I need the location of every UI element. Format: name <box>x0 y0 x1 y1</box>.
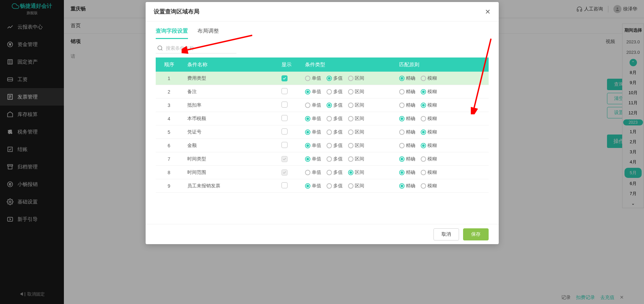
table-row: 1 费用类型 单值多值区间 精确模糊 <box>156 72 489 85</box>
radio-multi[interactable]: 多值 <box>327 102 343 108</box>
cell-show <box>277 75 300 81</box>
cell-seq: 1 <box>156 76 183 81</box>
cell-seq: 4 <box>156 116 183 121</box>
radio-single[interactable]: 单值 <box>305 129 321 135</box>
show-checkbox[interactable] <box>281 182 288 188</box>
show-checkbox[interactable] <box>281 102 288 108</box>
radio-fuzzy[interactable]: 模糊 <box>421 183 437 189</box>
radio-fuzzy[interactable]: 模糊 <box>421 169 437 176</box>
radio-exact[interactable]: 精确 <box>399 116 415 122</box>
col-order: 顺序 <box>156 62 183 68</box>
cell-seq: 8 <box>156 170 183 175</box>
cell-type: 单值多值区间 <box>300 102 394 108</box>
cell-show <box>277 142 300 149</box>
radio-single[interactable]: 单值 <box>305 169 321 176</box>
radio-fuzzy[interactable]: 模糊 <box>421 89 437 95</box>
radio-multi[interactable]: 多值 <box>327 116 343 122</box>
col-name: 条件名称 <box>183 62 277 68</box>
radio-range[interactable]: 区间 <box>348 75 364 81</box>
radio-single[interactable]: 单值 <box>305 89 321 95</box>
cell-name: 时间范围 <box>183 169 277 176</box>
radio-single[interactable]: 单值 <box>305 156 321 162</box>
radio-multi[interactable]: 多值 <box>327 183 343 189</box>
radio-range[interactable]: 区间 <box>348 183 364 189</box>
modal-footer: 取消 保存 <box>146 224 499 244</box>
radio-multi[interactable]: 多值 <box>327 169 343 176</box>
table-row: 8 时间范围 单值多值区间 精确模糊 <box>156 166 489 179</box>
tab-layout[interactable]: 布局调整 <box>197 28 219 39</box>
col-match: 匹配原则 <box>394 62 472 68</box>
cell-match: 精确模糊 <box>394 116 472 122</box>
cell-type: 单值多值区间 <box>300 75 394 81</box>
radio-exact[interactable]: 精确 <box>399 75 415 81</box>
radio-exact[interactable]: 精确 <box>399 169 415 176</box>
svg-line-21 <box>161 49 162 50</box>
settings-table: 顺序 条件名称 显示 条件类型 匹配原则 1 费用类型 单值多值区间 精确模糊 … <box>156 58 489 193</box>
cell-name: 本币税额 <box>183 116 277 122</box>
table-row: 4 本币税额 单值多值区间 精确模糊 <box>156 112 489 125</box>
radio-single[interactable]: 单值 <box>305 102 321 108</box>
table-row: 6 金额 单值多值区间 精确模糊 <box>156 139 489 152</box>
show-checkbox[interactable] <box>281 88 288 94</box>
radio-multi[interactable]: 多值 <box>327 75 343 81</box>
radio-exact[interactable]: 精确 <box>399 143 415 149</box>
cell-show <box>277 115 300 122</box>
radio-range[interactable]: 区间 <box>348 116 364 122</box>
cell-name: 费用类型 <box>183 75 277 81</box>
radio-range[interactable]: 区间 <box>348 143 364 149</box>
cell-type: 单值多值区间 <box>300 116 394 122</box>
cell-name: 员工未报销发票 <box>183 183 277 189</box>
radio-fuzzy[interactable]: 模糊 <box>421 102 437 108</box>
radio-range[interactable]: 区间 <box>348 89 364 95</box>
show-checkbox[interactable] <box>281 128 288 135</box>
radio-exact[interactable]: 精确 <box>399 129 415 135</box>
radio-range[interactable]: 区间 <box>348 129 364 135</box>
radio-fuzzy[interactable]: 模糊 <box>421 143 437 149</box>
cell-seq: 7 <box>156 156 183 162</box>
radio-fuzzy[interactable]: 模糊 <box>421 156 437 162</box>
radio-single[interactable]: 单值 <box>305 143 321 149</box>
show-checkbox[interactable] <box>281 115 288 121</box>
modal-tabs: 查询字段设置 布局调整 <box>146 22 499 39</box>
cell-seq: 6 <box>156 143 183 148</box>
cell-match: 精确模糊 <box>394 75 472 81</box>
search-input[interactable] <box>166 45 233 51</box>
radio-range[interactable]: 区间 <box>348 169 364 176</box>
radio-exact[interactable]: 精确 <box>399 183 415 189</box>
radio-single[interactable]: 单值 <box>305 116 321 122</box>
radio-multi[interactable]: 多值 <box>327 89 343 95</box>
settings-modal: 设置查询区域布局 ✕ 查询字段设置 布局调整 顺序 条件名称 显示 条件类型 匹… <box>146 2 499 244</box>
save-button[interactable]: 保存 <box>463 228 489 240</box>
radio-multi[interactable]: 多值 <box>327 129 343 135</box>
cell-show <box>277 88 300 95</box>
radio-range[interactable]: 区间 <box>348 102 364 108</box>
cell-match: 精确模糊 <box>394 89 472 95</box>
cell-type: 单值多值区间 <box>300 183 394 189</box>
cell-name: 凭证号 <box>183 129 277 135</box>
col-show: 显示 <box>277 62 300 68</box>
show-checkbox <box>281 169 288 176</box>
cell-seq: 5 <box>156 129 183 135</box>
radio-multi[interactable]: 多值 <box>327 143 343 149</box>
close-icon[interactable]: ✕ <box>485 8 491 16</box>
cell-seq: 2 <box>156 89 183 94</box>
radio-single[interactable]: 单值 <box>305 75 321 81</box>
radio-exact[interactable]: 精确 <box>399 156 415 162</box>
cancel-button[interactable]: 取消 <box>433 228 459 240</box>
show-checkbox[interactable] <box>281 75 288 81</box>
cell-name: 时间类型 <box>183 156 277 162</box>
radio-single[interactable]: 单值 <box>305 183 321 189</box>
radio-exact[interactable]: 精确 <box>399 89 415 95</box>
radio-fuzzy[interactable]: 模糊 <box>421 129 437 135</box>
tab-query-fields[interactable]: 查询字段设置 <box>156 28 188 39</box>
show-checkbox[interactable] <box>281 142 288 148</box>
radio-multi[interactable]: 多值 <box>327 156 343 162</box>
cell-type: 单值多值区间 <box>300 169 394 176</box>
radio-fuzzy[interactable]: 模糊 <box>421 75 437 81</box>
radio-fuzzy[interactable]: 模糊 <box>421 116 437 122</box>
radio-exact[interactable]: 精确 <box>399 102 415 108</box>
cell-match: 精确模糊 <box>394 129 472 135</box>
table-header: 顺序 条件名称 显示 条件类型 匹配原则 <box>156 58 489 72</box>
cell-show <box>277 128 300 136</box>
radio-range[interactable]: 区间 <box>348 156 364 162</box>
